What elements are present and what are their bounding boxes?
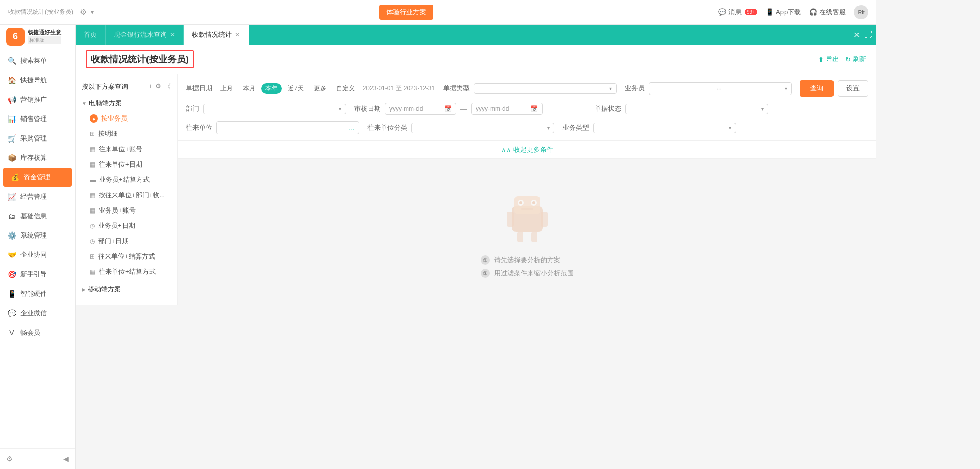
counterpart-category-filter: 往来单位分类 ▾ bbox=[368, 123, 554, 133]
operation-icon: 📈 bbox=[7, 192, 16, 201]
sidebar-item-guide[interactable]: 🎯 新手引导 bbox=[0, 265, 75, 284]
staff-more[interactable]: ··· bbox=[716, 85, 722, 92]
sidebar-item-search[interactable]: 🔍 搜索菜单 bbox=[0, 51, 75, 71]
tab-bank[interactable]: 现金银行流水查询 ✕ bbox=[106, 25, 184, 45]
counterpart-date-label: 往来单位+日期 bbox=[99, 160, 142, 169]
collapse-button[interactable]: ∧∧ 收起更多条件 bbox=[501, 145, 553, 154]
scheme-group-pc-header[interactable]: ▼ 电脑端方案 bbox=[76, 96, 177, 111]
counterpart-label: 往来单位 bbox=[186, 123, 212, 132]
staff-select[interactable]: ··· ▾ bbox=[649, 82, 792, 95]
body-split: 按以下方案查询 + ⚙ 《 ▼ 电脑端方案 bbox=[76, 74, 876, 305]
tab-receipts-close[interactable]: ✕ bbox=[235, 31, 240, 38]
tab-receipts-label: 收款情况统计 bbox=[192, 30, 232, 39]
expand-icon[interactable]: ⛶ bbox=[864, 30, 872, 39]
tab-receipts[interactable]: 收款情况统计 ✕ bbox=[184, 25, 249, 45]
svg-rect-3 bbox=[541, 212, 548, 227]
date-tab-custom[interactable]: 自定义 bbox=[332, 83, 359, 94]
scheme-item-staff-date[interactable]: ◷ 业务员+日期 bbox=[76, 218, 177, 233]
review-date-filter: 审核日期 yyyy-mm-dd 📅 — yyyy-mm-dd 📅 bbox=[354, 103, 543, 115]
scheme-item-counterpart-account[interactable]: ▦ 往来单位+账号 bbox=[76, 142, 177, 157]
sidebar-item-basic[interactable]: 🗂 基础信息 bbox=[0, 206, 75, 226]
date-tab-more[interactable]: 更多 bbox=[310, 83, 330, 94]
inventory-icon: 📦 bbox=[7, 153, 16, 162]
tab-home[interactable]: 首页 bbox=[76, 25, 106, 45]
sidebar-item-purchase[interactable]: 🛒 采购管理 bbox=[0, 129, 75, 148]
svg-point-9 bbox=[519, 201, 522, 204]
sidebar-item-nav[interactable]: 🏠 快捷导航 bbox=[0, 71, 75, 90]
date-tab-last-month[interactable]: 上月 bbox=[216, 83, 237, 94]
counterpart-select[interactable]: ... bbox=[216, 121, 359, 134]
scheme-collapse-icon[interactable]: 《 bbox=[164, 82, 171, 91]
review-date-to[interactable]: yyyy-mm-dd 📅 bbox=[471, 103, 543, 115]
calendar-icon: 📅 bbox=[444, 105, 452, 112]
sidebar-item-hardware[interactable]: 📱 智能硬件 bbox=[0, 284, 75, 303]
scheme-add-icon[interactable]: + bbox=[148, 82, 152, 91]
doctype-select[interactable]: ▾ bbox=[474, 83, 617, 94]
counterpart-category-select[interactable]: ▾ bbox=[411, 123, 554, 133]
date-tab-this-month[interactable]: 本月 bbox=[239, 83, 259, 94]
close-all-icon[interactable]: ✕ bbox=[853, 30, 860, 40]
tabbar-actions: ✕ ⛶ bbox=[853, 25, 876, 45]
trial-button[interactable]: 体验行业方案 bbox=[379, 5, 433, 20]
dept-select[interactable]: ▾ bbox=[203, 104, 346, 114]
export-button[interactable]: ⬆ 导出 bbox=[818, 55, 839, 64]
counterpart-dots[interactable]: ... bbox=[349, 124, 355, 132]
tab-bank-close[interactable]: ✕ bbox=[170, 31, 175, 38]
messages-label: 消息 bbox=[728, 8, 742, 17]
topbar-left: 收款情况统计(按业务员) ⚙ ▾ bbox=[8, 7, 94, 17]
staff-label: 业务员 bbox=[625, 84, 645, 93]
sidebar-item-finance[interactable]: 💰 资金管理 bbox=[3, 168, 72, 187]
biz-type-select[interactable]: ▾ bbox=[593, 123, 736, 133]
scheme-item-counterpart-settlement1[interactable]: ⊞ 往来单位+结算方式 bbox=[76, 249, 177, 264]
settings-button[interactable]: 设置 bbox=[838, 80, 868, 97]
scheme-item-counterpart-date[interactable]: ▦ 往来单位+日期 bbox=[76, 157, 177, 172]
sidebar-item-marketing[interactable]: 📢 营销推广 bbox=[0, 90, 75, 109]
scheme-item-by-detail[interactable]: ⊞ 按明细 bbox=[76, 126, 177, 142]
counterpart-dept-label: 按往来单位+部门+收... bbox=[99, 191, 165, 200]
messages-button[interactable]: 💬 消息 99+ bbox=[718, 8, 757, 17]
date-separator: — bbox=[460, 105, 467, 113]
scheme-item-staff-account[interactable]: ▦ 业务员+账号 bbox=[76, 203, 177, 218]
doctype-filter: 单据类型 ▾ bbox=[443, 83, 617, 94]
scheme-item-staff-settlement[interactable]: ▬ 业务员+结算方式 bbox=[76, 172, 177, 187]
sidebar-item-operation[interactable]: 📈 经营管理 bbox=[0, 187, 75, 206]
settings-footer-icon[interactable]: ⚙ bbox=[4, 453, 15, 465]
scheme-item-by-staff[interactable]: ● 按业务员 bbox=[76, 111, 177, 126]
app-download-button[interactable]: 📱 App下载 bbox=[766, 8, 801, 17]
app-download-label: App下载 bbox=[776, 8, 801, 17]
action-buttons: 查询 设置 bbox=[800, 80, 868, 97]
dept-arrow: ▾ bbox=[339, 106, 341, 112]
scheme-group-mobile-header[interactable]: ▶ 移动端方案 bbox=[76, 282, 177, 297]
tab-bank-label: 现金银行流水查询 bbox=[114, 30, 167, 39]
user-avatar[interactable]: Rit bbox=[854, 5, 868, 19]
sidebar-item-system[interactable]: ⚙️ 系统管理 bbox=[0, 226, 75, 245]
scheme-item-counterpart-dept[interactable]: ▦ 按往来单位+部门+收... bbox=[76, 187, 177, 203]
page-title: 收款情况统计(按业务员) bbox=[86, 50, 194, 68]
biz-type-label: 业务类型 bbox=[562, 123, 589, 132]
date-tab-this-year[interactable]: 本年 bbox=[261, 83, 282, 94]
scheme-item-dept-date[interactable]: ◷ 部门+日期 bbox=[76, 233, 177, 249]
topbar-breadcrumb: 收款情况统计(按业务员) bbox=[8, 8, 74, 16]
sidebar-item-inventory[interactable]: 📦 库存核算 bbox=[0, 148, 75, 168]
topbar-dropdown[interactable]: ▾ bbox=[91, 9, 94, 16]
doc-status-select[interactable]: ▾ bbox=[625, 104, 768, 114]
page-title-container: 收款情况统计(按业务员) bbox=[86, 50, 194, 68]
collapse-row: ∧∧ 收起更多条件 bbox=[178, 141, 876, 159]
scheme-item-counterpart-settlement2[interactable]: ▦ 往来单位+结算方式 bbox=[76, 264, 177, 279]
by-staff-icon: ● bbox=[90, 114, 98, 123]
date-tab-last7[interactable]: 近7天 bbox=[284, 83, 308, 94]
cs1-icon: ⊞ bbox=[90, 253, 95, 260]
online-service-button[interactable]: 🎧 在线客服 bbox=[809, 8, 846, 17]
query-button[interactable]: 查询 bbox=[800, 80, 834, 97]
review-date-from[interactable]: yyyy-mm-dd 📅 bbox=[385, 103, 456, 115]
sidebar-item-sales[interactable]: 📊 销售管理 bbox=[0, 109, 75, 129]
scheme-group-mobile: ▶ 移动端方案 bbox=[76, 282, 177, 297]
collapse-sidebar-icon[interactable]: ◀ bbox=[61, 453, 71, 465]
staff-date-label: 业务员+日期 bbox=[98, 221, 135, 230]
sidebar-item-wechat[interactable]: 💬 企业微信 bbox=[0, 303, 75, 323]
topbar-settings-icon[interactable]: ⚙ bbox=[80, 7, 87, 17]
sidebar-item-enterprise[interactable]: 🤝 企业协同 bbox=[0, 245, 75, 265]
sidebar-item-member[interactable]: V 畅会员 bbox=[0, 323, 75, 342]
refresh-button[interactable]: ↻ 刷新 bbox=[845, 55, 866, 64]
scheme-settings-icon[interactable]: ⚙ bbox=[155, 82, 161, 91]
